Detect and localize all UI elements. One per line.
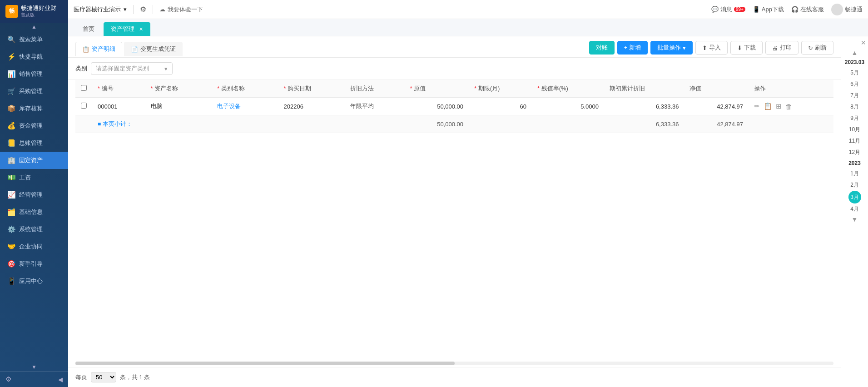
- import-icon: ⬆: [702, 45, 707, 51]
- col-residual-rate: 残值率(%): [532, 80, 604, 98]
- sub-tab-voucher[interactable]: 📄 变更生成凭证: [124, 42, 183, 56]
- sidebar-item-搜索菜单[interactable]: 🔍搜索菜单: [0, 31, 68, 48]
- settings-icon[interactable]: ⚙: [5, 375, 11, 383]
- category-filter[interactable]: 请选择固定资产类别 ▾: [91, 62, 173, 75]
- total-label: 条，共 1 条: [120, 373, 150, 382]
- sub-tab-asset-detail[interactable]: 📋 资产明细: [75, 42, 122, 56]
- topbar-divider2: [153, 5, 153, 14]
- nav-icon-7: 🏢: [7, 156, 15, 164]
- cell-purchase-date: 202206: [278, 98, 345, 115]
- experience-button[interactable]: ☁ 我要体验一下: [159, 5, 203, 14]
- timeline-close-icon[interactable]: ✕: [861, 39, 866, 46]
- nav-label-1: 快捷导航: [19, 53, 43, 61]
- asset-detail-icon: 📋: [82, 46, 89, 53]
- cell-actions: ✏ 📋 ⊞ 🗑: [749, 98, 833, 115]
- sidebar-item-系统管理[interactable]: ⚙️系统管理: [0, 221, 68, 238]
- nav-icon-6: 📒: [7, 139, 15, 147]
- timeline-month-5[interactable]: 5月: [841, 67, 868, 79]
- settings-icon[interactable]: ⚙: [140, 5, 146, 14]
- app-download-label: App下载: [762, 5, 784, 14]
- refresh-icon: ↻: [808, 45, 813, 51]
- nav-icon-0: 🔍: [7, 35, 15, 44]
- user-menu[interactable]: 畅捷通: [831, 4, 863, 15]
- experience-label: 我要体验一下: [168, 5, 203, 14]
- refresh-button[interactable]: ↻ 刷新: [801, 41, 833, 55]
- sidebar-item-库存核算[interactable]: 📦库存核算: [0, 100, 68, 117]
- timeline-month-6[interactable]: 6月: [841, 79, 868, 90]
- sidebar-item-总账管理[interactable]: 📒总账管理: [0, 134, 68, 152]
- batch-button[interactable]: 批量操作 ▾: [650, 41, 693, 55]
- sidebar-item-基础信息[interactable]: 🗂️基础信息: [0, 203, 68, 221]
- delete-icon[interactable]: 🗑: [785, 103, 792, 110]
- timeline-month-9[interactable]: 9月: [841, 113, 868, 124]
- col-actions: 操作: [749, 80, 833, 98]
- print-button[interactable]: 🖨 打印: [765, 41, 799, 55]
- per-page-select[interactable]: 50 100: [91, 372, 116, 382]
- nav-icon-12: 🤝: [7, 243, 15, 251]
- subtotal-period: [469, 115, 532, 133]
- col-category: 类别名称: [212, 80, 278, 98]
- message-icon: 💬: [711, 6, 719, 13]
- timeline-month-7[interactable]: 7月: [841, 90, 868, 101]
- sidebar-item-企业协同[interactable]: 🤝企业协同: [0, 238, 68, 255]
- asset-detail-label: 资产明细: [92, 45, 115, 53]
- nav-label-14: 应用中心: [19, 277, 43, 285]
- copy-icon[interactable]: 📋: [764, 102, 772, 110]
- cell-original-value: 50,000.00: [405, 98, 469, 115]
- filter-bar: 类别 请选择固定资产类别 ▾: [68, 58, 841, 80]
- sidebar-scroll-up[interactable]: ▲: [0, 23, 68, 31]
- import-button[interactable]: ⬆ 导入: [695, 41, 728, 55]
- tab-close-icon[interactable]: ✕: [139, 26, 143, 32]
- sidebar-collapse-icon[interactable]: ◀: [58, 376, 63, 383]
- nav-label-9: 经营管理: [19, 191, 43, 199]
- timeline-year2: 2023: [841, 160, 868, 166]
- sidebar-item-固定资产[interactable]: 🏢固定资产: [0, 152, 68, 169]
- cell-method: 年限平均: [345, 98, 404, 115]
- tab-home[interactable]: 首页: [75, 22, 102, 36]
- tab-asset-management[interactable]: 资产管理 ✕: [104, 22, 150, 36]
- timeline-month-8[interactable]: 8月: [841, 101, 868, 113]
- timeline-down-nav[interactable]: ▼: [841, 215, 868, 224]
- company-selector[interactable]: 医疗器械行业演示 ▾: [74, 5, 127, 14]
- online-service-button[interactable]: 🎧 在线客服: [791, 5, 824, 14]
- more-icon[interactable]: ⊞: [776, 102, 782, 110]
- col-method: 折旧方法: [345, 80, 404, 98]
- sidebar-item-资金管理[interactable]: 💰资金管理: [0, 117, 68, 134]
- sidebar-item-快捷导航[interactable]: ⚡快捷导航: [0, 48, 68, 65]
- timeline-month-2[interactable]: 2月: [841, 179, 868, 191]
- subtotal-residual: [532, 115, 604, 133]
- timeline-month-4[interactable]: 4月: [841, 203, 868, 215]
- sidebar-scroll-down[interactable]: ▼: [0, 363, 68, 371]
- timeline-month-1[interactable]: 1月: [841, 168, 868, 179]
- pagination: 每页 50 100 条，共 1 条: [68, 367, 841, 387]
- logo-icon: 畅: [5, 5, 18, 18]
- nav-icon-13: 🎯: [7, 260, 15, 268]
- sidebar-item-采购管理[interactable]: 🛒采购管理: [0, 83, 68, 100]
- sidebar-item-经营管理[interactable]: 📈经营管理: [0, 186, 68, 203]
- edit-icon[interactable]: ✏: [754, 102, 760, 110]
- subtotal-actions: [749, 115, 833, 133]
- timeline-up-nav[interactable]: ▲: [841, 48, 868, 57]
- sidebar-item-新手引导[interactable]: 🎯新手引导: [0, 255, 68, 273]
- app-download-button[interactable]: 📱 App下载: [753, 5, 784, 14]
- timeline-month-11[interactable]: 11月: [841, 135, 868, 147]
- select-all-checkbox[interactable]: [81, 85, 87, 91]
- subtotal-net-val: 42,874.97: [684, 115, 749, 133]
- row-checkbox-0[interactable]: [81, 103, 87, 109]
- sidebar-item-应用中心[interactable]: 📱应用中心: [0, 273, 68, 290]
- timeline-month-12[interactable]: 12月: [841, 147, 868, 158]
- horizontal-scrollbar[interactable]: [75, 362, 833, 365]
- download-button[interactable]: ⬇ 下载: [730, 41, 763, 55]
- filter-dropdown-icon: ▾: [164, 65, 168, 72]
- sidebar-item-销售管理[interactable]: 📊销售管理: [0, 65, 68, 83]
- timeline-month-10[interactable]: 10月: [841, 124, 868, 135]
- cell-code: 000001: [92, 98, 145, 115]
- timeline-month-3[interactable]: 3月: [848, 191, 861, 203]
- nav-label-6: 总账管理: [19, 139, 43, 147]
- reconcile-button[interactable]: 对账: [589, 41, 615, 55]
- sidebar-item-工资[interactable]: 💵工资: [0, 169, 68, 186]
- new-button[interactable]: + 新增: [617, 41, 648, 55]
- scrollbar-thumb[interactable]: [75, 362, 455, 365]
- table-row: 000001 电脑 电子设备 202206 年限平均 50,000.00 60 …: [75, 98, 833, 115]
- messages-button[interactable]: 💬 消息 99+: [711, 5, 745, 14]
